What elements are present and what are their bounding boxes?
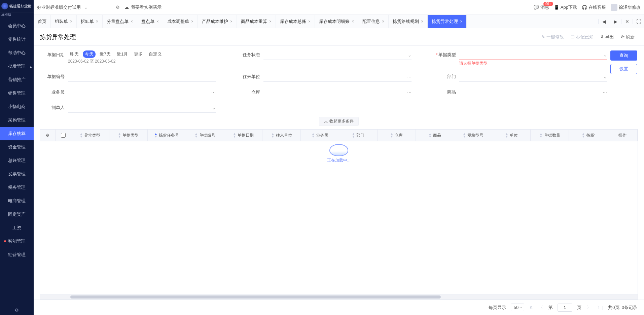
- date-chip-more[interactable]: 更多: [132, 50, 145, 58]
- sidebar-item[interactable]: 电商管理: [0, 194, 34, 208]
- column-header[interactable]: ▲▼部门: [339, 130, 378, 141]
- date-chip-recent7[interactable]: 近7天: [98, 50, 113, 58]
- sidebar-item[interactable]: 工资: [0, 221, 34, 235]
- sidebar-item[interactable]: 批发管理▴: [0, 60, 34, 73]
- sidebar-item[interactable]: 经营管理: [0, 248, 34, 261]
- sort-icon[interactable]: ▲▼: [233, 133, 236, 138]
- close-icon[interactable]: ×: [96, 19, 98, 24]
- tab[interactable]: 拣货路线规划×: [389, 15, 428, 28]
- sidebar-item[interactable]: 会员中心: [0, 19, 34, 33]
- messages-button[interactable]: 💬 消息 99+: [534, 4, 549, 10]
- close-icon[interactable]: ×: [191, 19, 193, 24]
- column-header[interactable]: ▲▼商品: [416, 130, 454, 141]
- close-icon[interactable]: ×: [352, 19, 354, 24]
- column-header[interactable]: ▲▼往来单位: [262, 130, 301, 141]
- sidebar-item[interactable]: 发票管理: [0, 167, 34, 181]
- column-header[interactable]: ▲▼单据类型: [109, 130, 148, 141]
- close-icon[interactable]: ×: [308, 19, 311, 24]
- close-icon[interactable]: ×: [156, 19, 159, 24]
- goods-lookup[interactable]: ⋯: [459, 88, 607, 97]
- tab[interactable]: 产品成本维护×: [198, 15, 237, 28]
- tabs-fullscreen-button[interactable]: ⛶: [633, 19, 644, 24]
- warehouse-lookup[interactable]: ⋯: [263, 88, 411, 97]
- sort-icon[interactable]: ▲▼: [271, 133, 275, 138]
- sidebar-settings-button[interactable]: ⚙: [0, 305, 34, 315]
- close-icon[interactable]: ×: [382, 19, 384, 24]
- sidebar-item[interactable]: 销售管理: [0, 86, 34, 100]
- sidebar-item[interactable]: 税务管理: [0, 181, 34, 194]
- horizontal-scrollbar[interactable]: [40, 295, 638, 300]
- date-chip-yesterday[interactable]: 昨天: [68, 50, 81, 58]
- column-header[interactable]: ▲▼业务员: [301, 130, 339, 141]
- sort-icon[interactable]: ▲▼: [352, 133, 355, 138]
- sort-icon[interactable]: ▲▼: [79, 133, 83, 138]
- tabs-prev-button[interactable]: ◀: [598, 19, 610, 24]
- tabs-close-button[interactable]: ✕: [621, 19, 633, 24]
- sidebar-item[interactable]: 帮助中心: [0, 46, 34, 60]
- sidebar-item[interactable]: 库存核算: [0, 127, 34, 140]
- salesman-lookup[interactable]: ⋯: [68, 88, 216, 97]
- page-next-button[interactable]: 〉: [586, 305, 592, 311]
- refresh-button[interactable]: ⟳ 刷新: [617, 33, 638, 41]
- tabs-next-button[interactable]: ▶: [610, 19, 621, 24]
- sort-icon[interactable]: ▲▼: [390, 133, 393, 138]
- per-page-select[interactable]: 50: [511, 304, 524, 311]
- column-header[interactable]: ▲▼单据数量: [531, 130, 569, 141]
- column-header[interactable]: ▲▼拣货: [569, 130, 607, 141]
- column-settings-button[interactable]: ⚙: [40, 130, 56, 141]
- column-header[interactable]: ▲▼单据编号: [186, 130, 224, 141]
- tab[interactable]: 首页: [34, 15, 51, 28]
- sidebar-item[interactable]: 零售统计: [0, 33, 34, 46]
- app-download-button[interactable]: 📱 App下载: [554, 4, 577, 10]
- app-selector[interactable]: 好业财标准版交付试用 ⌄: [37, 4, 111, 10]
- gear-icon[interactable]: ⚙: [116, 5, 120, 10]
- sidebar-item[interactable]: 采购管理: [0, 113, 34, 127]
- column-header[interactable]: ▲▼异常类型: [71, 130, 109, 141]
- sidebar-item[interactable]: 智能管理: [0, 235, 34, 248]
- column-header[interactable]: ▲▼拣货任务号: [148, 130, 186, 141]
- column-header[interactable]: ▲▼单位: [492, 130, 531, 141]
- sort-icon[interactable]: ▲▼: [428, 133, 432, 138]
- page-prev-button[interactable]: 〈: [538, 305, 544, 311]
- dept-select[interactable]: ⌄: [459, 72, 607, 82]
- creator-select[interactable]: ⌄: [68, 103, 216, 113]
- sidebar-item[interactable]: 小畅电商: [0, 100, 34, 113]
- sort-icon[interactable]: ▲▼: [463, 133, 466, 138]
- tab[interactable]: 组装单×: [51, 15, 77, 28]
- sidebar-item[interactable]: 营销推广: [0, 73, 34, 86]
- doc-no-input[interactable]: [68, 72, 216, 82]
- page-last-button[interactable]: 〉|: [597, 305, 603, 311]
- sort-icon[interactable]: ▲▼: [505, 133, 508, 138]
- sidebar-item[interactable]: 总账管理: [0, 154, 34, 167]
- doc-type-select[interactable]: ⌄: [459, 50, 607, 60]
- tab[interactable]: 库存成本明细账×: [315, 15, 358, 28]
- date-chip-recent1m[interactable]: 近1月: [115, 50, 130, 58]
- close-icon[interactable]: ×: [421, 19, 423, 24]
- partner-lookup[interactable]: ⋯: [263, 72, 411, 82]
- support-button[interactable]: 🎧 在线客服: [582, 4, 606, 10]
- date-chip-custom[interactable]: 自定义: [147, 50, 164, 58]
- close-icon[interactable]: ×: [460, 19, 462, 24]
- demo-link[interactable]: ☁ 我要看实例演示: [124, 4, 162, 10]
- close-icon[interactable]: ×: [70, 19, 72, 24]
- tab[interactable]: 库存成本总账×: [276, 15, 315, 28]
- page-first-button[interactable]: K: [529, 305, 533, 310]
- column-header[interactable]: ▲▼规格型号: [454, 130, 493, 141]
- tab[interactable]: 商品成本重算×: [237, 15, 276, 28]
- tab[interactable]: 拆卸单×: [77, 15, 103, 28]
- column-header[interactable]: ▲▼仓库: [378, 130, 416, 141]
- date-chip-today[interactable]: 今天: [83, 50, 96, 58]
- tab[interactable]: 配置信息×: [358, 15, 389, 28]
- sort-icon[interactable]: ▲▼: [194, 133, 198, 138]
- sort-icon[interactable]: ▲▼: [154, 133, 157, 138]
- close-icon[interactable]: ×: [230, 19, 232, 24]
- sort-icon[interactable]: ▲▼: [118, 133, 121, 138]
- select-all-checkbox[interactable]: [61, 133, 66, 138]
- column-header[interactable]: ▲▼单据日期: [224, 130, 262, 141]
- sidebar-item[interactable]: 资金管理: [0, 140, 34, 154]
- task-status-select[interactable]: ⌄: [263, 50, 411, 60]
- export-button[interactable]: ⇩ 导出: [597, 33, 617, 41]
- close-icon[interactable]: ×: [131, 19, 133, 24]
- settings-button[interactable]: 设置: [610, 64, 637, 74]
- scrollbar-thumb[interactable]: [70, 295, 441, 299]
